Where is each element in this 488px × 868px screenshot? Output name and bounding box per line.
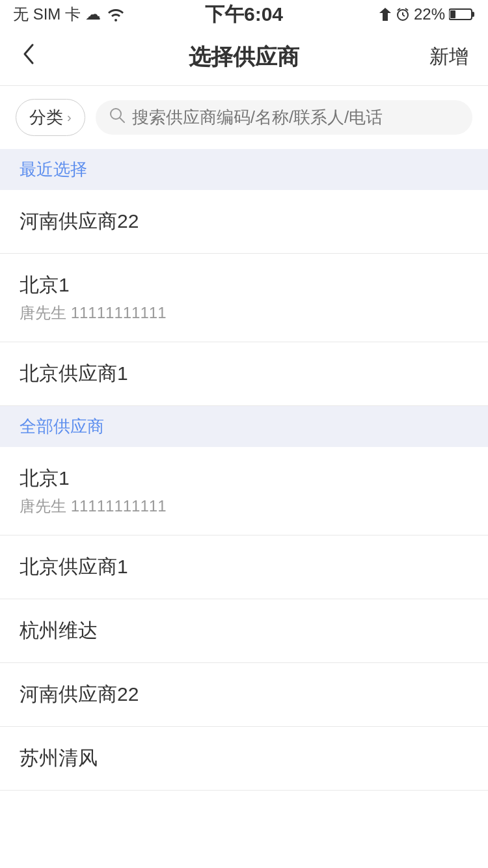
all-items-list: 北京1唐先生 11111111111北京供应商1杭州维达河南供应商22苏州清风 [0,447,488,791]
item-name: 苏州清风 [20,745,468,772]
all-section-header: 全部供应商 [0,406,488,447]
list-item[interactable]: 北京供应商1 [0,536,488,599]
new-action-button[interactable]: 新增 [429,44,468,70]
item-name: 北京供应商1 [20,554,468,580]
search-area: 分类 › [0,86,488,149]
list-item[interactable]: 北京1唐先生 11111111111 [0,447,488,536]
item-contact: 唐先生 11111111111 [20,303,468,323]
svg-rect-4 [472,12,474,17]
battery-text: 22% [414,5,445,23]
page-title: 选择供应商 [189,42,299,72]
list-item[interactable]: 河南供应商22 [0,190,488,254]
status-left: 无 SIM 卡 ☁ [13,4,126,25]
item-name: 河南供应商22 [20,681,468,708]
wifi-icon [106,7,126,21]
chevron-right-icon: › [67,110,72,125]
item-name: 杭州维达 [20,617,468,644]
nav-bar: 选择供应商 新增 [0,29,488,86]
status-bar: 无 SIM 卡 ☁ 下午6:04 22% [0,0,488,29]
category-button[interactable]: 分类 › [16,99,85,136]
list-item[interactable]: 北京供应商1 [0,342,488,406]
alarm-icon [396,7,410,21]
svg-line-7 [120,118,124,122]
list-item[interactable]: 苏州清风 [0,727,488,791]
svg-rect-5 [450,10,455,18]
search-box [96,100,472,135]
no-sim-text: 无 SIM 卡 ☁ [13,4,101,25]
category-label: 分类 [29,106,63,129]
status-right: 22% [379,5,475,23]
list-item[interactable]: 北京1唐先生 11111111111 [0,254,488,342]
search-icon [109,107,126,128]
search-input[interactable] [132,107,459,128]
all-section-label: 全部供应商 [20,416,104,436]
item-contact: 唐先生 11111111111 [20,496,468,517]
item-name: 河南供应商22 [20,208,468,235]
battery-icon [449,8,475,21]
item-name: 北京供应商1 [20,360,468,387]
location-icon [379,7,392,21]
recent-section-label: 最近选择 [20,159,87,179]
svg-line-2 [403,15,405,16]
item-name: 北京1 [20,465,468,492]
item-name: 北京1 [20,272,468,299]
list-item[interactable]: 河南供应商22 [0,663,488,727]
back-button[interactable] [20,40,59,74]
list-item[interactable]: 杭州维达 [0,599,488,663]
status-time: 下午6:04 [205,1,283,28]
recent-items-list: 河南供应商22北京1唐先生 11111111111北京供应商1 [0,190,488,406]
recent-section-header: 最近选择 [0,149,488,190]
